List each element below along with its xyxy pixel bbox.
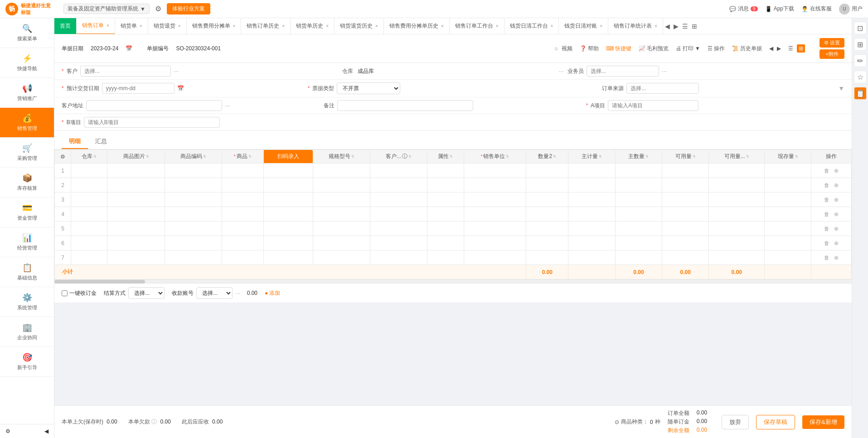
tab-cash-workbench[interactable]: 钱货日清工作台 ×: [504, 18, 559, 34]
online-service-button[interactable]: 👨‍💼 在线客服: [801, 5, 832, 13]
row-2-warehouse[interactable]: [71, 178, 107, 193]
unit-sort-icon[interactable]: ⇅: [506, 154, 509, 159]
sidebar-item-inventory[interactable]: 📦 库存核算: [0, 168, 54, 197]
row-6-quantity2[interactable]: [526, 236, 568, 250]
delivery-date-input[interactable]: [102, 83, 175, 94]
row-4-attribute[interactable]: [427, 207, 464, 221]
row-5-product[interactable]: [222, 221, 263, 236]
sidebar-item-sales[interactable]: 💰 销售管理: [0, 108, 54, 138]
customer-address-expand-icon[interactable]: ···: [225, 102, 230, 109]
one-click-checkout-checkbox[interactable]: 一键收订金: [62, 289, 97, 297]
row-5-spec[interactable]: [313, 221, 370, 236]
row-1-product[interactable]: [222, 164, 263, 178]
tab-sales-order-workbench[interactable]: 销售订单工作台 ×: [450, 18, 504, 34]
row-3-spec[interactable]: [313, 193, 370, 207]
sidebar-item-enterprise[interactable]: 🏢 企业协同: [0, 317, 54, 347]
row-2-quantity2[interactable]: [526, 178, 568, 193]
row-2-customer-code[interactable]: [370, 178, 427, 193]
row-4-customer-code[interactable]: [370, 207, 427, 221]
sidebar-collapse-icon[interactable]: ◀: [44, 428, 48, 434]
tab-detail[interactable]: 明细: [62, 135, 88, 149]
tab-close-icon[interactable]: ×: [496, 24, 499, 29]
tab-sales-goods-history[interactable]: 销货单历史 ×: [291, 18, 335, 34]
stock-sort-icon[interactable]: ⇅: [795, 154, 798, 159]
row-4-product[interactable]: [222, 207, 263, 221]
row-4-quantity2[interactable]: [526, 207, 568, 221]
row-7-product[interactable]: [222, 250, 263, 265]
tab-close-icon[interactable]: ×: [107, 23, 109, 28]
row-7-customer-code[interactable]: [370, 250, 427, 265]
row-4-spec[interactable]: [313, 207, 370, 221]
sidebar-item-quick[interactable]: ⚡ 快捷导航: [0, 48, 54, 78]
tab-sales-order[interactable]: 销售订单 ×: [77, 18, 115, 34]
tab-close-icon[interactable]: ×: [178, 24, 181, 29]
order-source-input[interactable]: [626, 83, 699, 94]
row-3-code[interactable]: [165, 193, 222, 207]
sidebar-item-purchase[interactable]: 🛒 采购管理: [0, 138, 54, 168]
receipt-account-select[interactable]: 选择...: [196, 287, 233, 299]
tab-cash-reconcile[interactable]: 钱货日清对账 ×: [559, 18, 608, 34]
copy-icon[interactable]: ⊕: [834, 226, 839, 232]
tab-sales-fee[interactable]: 销售费用分摊单 ×: [187, 18, 242, 34]
tab-summary[interactable]: 汇总: [88, 135, 114, 149]
profit-btn[interactable]: 📈 毛利预览: [639, 45, 669, 53]
right-panel-btn-1[interactable]: ⊡: [854, 22, 867, 34]
tab-sales-goods[interactable]: 销货单 ×: [115, 18, 148, 34]
a-project-input[interactable]: [608, 100, 698, 111]
row-2-main-quantity[interactable]: [615, 178, 662, 193]
add-button[interactable]: ● 添加: [265, 289, 280, 297]
tab-close-icon[interactable]: ×: [655, 24, 657, 29]
right-panel-btn-5[interactable]: 📋: [854, 87, 867, 100]
nav-right-icon[interactable]: ▶: [777, 45, 781, 52]
sidebar-item-basic[interactable]: 📋 基础信息: [0, 257, 54, 287]
row-7-attribute[interactable]: [427, 250, 464, 265]
copy-icon[interactable]: ⊕: [834, 255, 839, 261]
main-quantity-sort-icon[interactable]: ⇅: [645, 154, 649, 159]
code-sort-icon[interactable]: ⇅: [203, 154, 206, 159]
save-draft-button[interactable]: 保存草稿: [756, 415, 795, 429]
app-download-button[interactable]: 📱 App下载: [765, 5, 794, 13]
sidebar-settings-icon[interactable]: ⚙: [5, 428, 10, 434]
customer-expand-icon[interactable]: ···: [174, 67, 179, 75]
row-4-code[interactable]: [165, 207, 222, 221]
customer-code-sort-icon[interactable]: ⇅: [408, 154, 412, 159]
table-view-icon[interactable]: ☰: [788, 45, 793, 52]
save-new-button[interactable]: 保存&新增: [802, 415, 844, 429]
row-5-main-quantity[interactable]: [615, 221, 662, 236]
delete-icon[interactable]: 🗑: [824, 197, 829, 203]
row-5-warehouse[interactable]: [71, 221, 107, 236]
row-5-quantity2[interactable]: [526, 221, 568, 236]
row-1-code[interactable]: [165, 164, 222, 178]
tab-close-icon[interactable]: ×: [375, 24, 378, 29]
delete-icon[interactable]: 🗑: [824, 240, 829, 246]
tab-close-icon[interactable]: ×: [326, 24, 329, 29]
row-6-unit[interactable]: [464, 236, 526, 250]
tab-close-icon[interactable]: ×: [140, 24, 142, 29]
delete-icon[interactable]: 🗑: [824, 255, 829, 261]
row-2-attribute[interactable]: [427, 178, 464, 193]
receipt-account-expand-icon[interactable]: ···: [235, 289, 241, 297]
one-click-checkout-input[interactable]: [62, 290, 68, 296]
view-video-btn[interactable]: 视频: [562, 45, 572, 53]
row-1-customer-code[interactable]: [370, 164, 427, 178]
sidebar-item-system[interactable]: ⚙️ 系统管理: [0, 287, 54, 317]
row-6-product[interactable]: [222, 236, 263, 250]
shortcut-btn[interactable]: ⌨ 快捷键: [606, 45, 631, 53]
spec-sort-icon[interactable]: ⇅: [351, 154, 354, 159]
row-7-quantity2[interactable]: [526, 250, 568, 265]
available1-sort-icon[interactable]: ⇅: [693, 154, 696, 159]
tab-sales-return[interactable]: 销货退货 ×: [148, 18, 187, 34]
row-2-code[interactable]: [165, 178, 222, 193]
remark-input[interactable]: [337, 100, 473, 111]
attach-btn[interactable]: +附件: [820, 49, 844, 59]
col-settings-icon[interactable]: ⚙: [60, 154, 65, 160]
row-5-attribute[interactable]: [427, 221, 464, 236]
row-7-warehouse[interactable]: [71, 250, 107, 265]
print-btn[interactable]: 🖨 打印 ▼: [676, 45, 700, 53]
quantity2-sort-icon[interactable]: ⇅: [553, 154, 556, 159]
row-4-unit[interactable]: [464, 207, 526, 221]
row-6-code[interactable]: [165, 236, 222, 250]
attribute-sort-icon[interactable]: ⇅: [450, 154, 453, 159]
more-ops-btn[interactable]: ☰ 操作: [708, 45, 725, 53]
tab-sales-stats[interactable]: 销售订单统计表 ×: [608, 18, 663, 34]
